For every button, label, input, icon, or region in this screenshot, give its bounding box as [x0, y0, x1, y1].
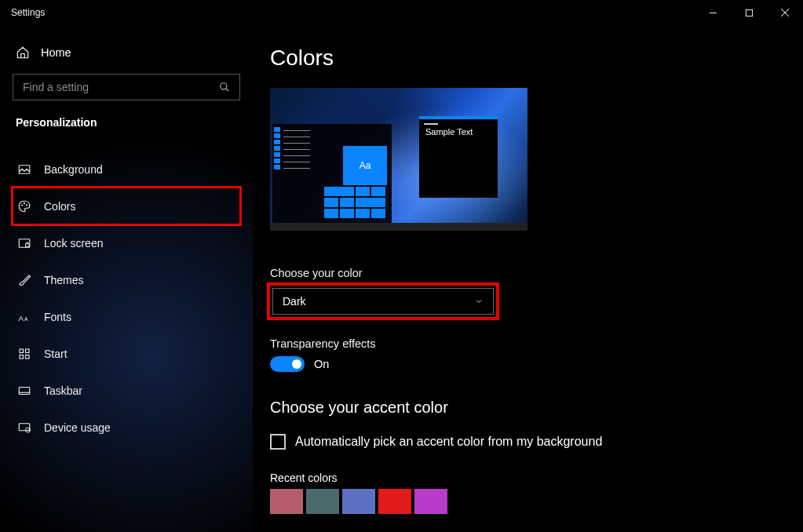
transparency-state: On	[314, 358, 329, 370]
sidebar-item-label: Background	[44, 163, 103, 176]
sidebar-item-fonts[interactable]: AA Fonts	[13, 298, 240, 335]
page-title: Colors	[270, 46, 803, 71]
sidebar-item-label: Colors	[44, 200, 75, 213]
recent-colors-row	[270, 489, 803, 514]
svg-rect-15	[26, 349, 30, 353]
preview-sample-text: Sample Text	[425, 127, 473, 137]
sidebar: Home Find a setting Personalization Back…	[0, 25, 253, 532]
svg-rect-16	[20, 355, 24, 359]
content-area: Colors Aa Sample Text Choose your color	[253, 25, 803, 532]
lock-screen-icon	[17, 236, 31, 250]
start-grid-icon	[17, 347, 31, 361]
fonts-icon: AA	[17, 310, 31, 324]
sidebar-item-device-usage[interactable]: Device usage	[13, 409, 240, 446]
preview-palette-strip	[274, 127, 280, 169]
sidebar-item-label: Start	[44, 348, 68, 360]
device-usage-icon	[17, 421, 31, 435]
sidebar-item-colors[interactable]: Colors	[13, 188, 240, 224]
auto-accent-label: Automatically pick an accent color from …	[295, 435, 602, 449]
sidebar-item-background[interactable]: Background	[13, 151, 240, 188]
sidebar-item-label: Lock screen	[44, 237, 103, 250]
sidebar-item-taskbar[interactable]: Taskbar	[13, 372, 240, 409]
title-bar: Settings	[0, 0, 803, 25]
preview-tile-aa: Aa	[343, 146, 387, 185]
close-button[interactable]	[767, 0, 803, 25]
svg-point-9	[26, 204, 27, 206]
window-controls	[695, 0, 803, 25]
svg-point-8	[24, 202, 25, 204]
theme-preview: Aa Sample Text	[270, 88, 527, 231]
sidebar-item-themes[interactable]: Themes	[13, 261, 240, 298]
svg-rect-18	[19, 387, 30, 394]
search-placeholder: Find a setting	[23, 81, 89, 93]
close-icon	[780, 8, 790, 17]
minimize-button[interactable]	[695, 0, 731, 25]
svg-text:A: A	[24, 315, 28, 321]
svg-rect-6	[19, 165, 30, 173]
search-input[interactable]: Find a setting	[13, 74, 240, 100]
svg-rect-11	[26, 243, 30, 246]
recent-color-swatch[interactable]	[270, 489, 303, 514]
sidebar-item-lock-screen[interactable]: Lock screen	[13, 224, 240, 261]
recent-color-swatch[interactable]	[414, 489, 447, 514]
auto-accent-checkbox[interactable]	[270, 434, 286, 450]
transparency-label: Transparency effects	[270, 337, 803, 350]
choose-color-dropdown[interactable]: Dark	[272, 288, 494, 315]
recent-colors-label: Recent colors	[270, 472, 803, 484]
home-label: Home	[41, 46, 71, 59]
recent-color-swatch[interactable]	[378, 489, 411, 514]
svg-text:A: A	[19, 313, 24, 322]
chevron-down-icon	[474, 297, 484, 306]
sidebar-item-label: Taskbar	[44, 384, 82, 397]
home-icon	[16, 46, 30, 60]
sidebar-section-label: Personalization	[16, 116, 237, 129]
choose-color-value: Dark	[283, 295, 306, 308]
window-title: Settings	[11, 7, 45, 18]
palette-icon	[17, 199, 31, 213]
toggle-knob	[292, 359, 301, 369]
svg-rect-1	[746, 9, 752, 16]
svg-rect-20	[19, 423, 30, 430]
home-nav[interactable]: Home	[13, 41, 240, 74]
svg-point-7	[21, 204, 23, 206]
accent-heading: Choose your accent color	[270, 399, 803, 417]
preview-tile-grid	[324, 187, 385, 218]
taskbar-icon	[17, 384, 31, 398]
transparency-toggle[interactable]	[270, 356, 305, 372]
preview-start-menu: Aa	[272, 124, 392, 223]
maximize-icon	[745, 9, 754, 17]
svg-rect-17	[26, 355, 30, 359]
brush-icon	[17, 273, 31, 287]
recent-color-swatch[interactable]	[306, 489, 339, 514]
preview-sample-window: Sample Text	[419, 116, 498, 198]
preview-taskbar	[270, 223, 527, 231]
svg-rect-14	[20, 349, 24, 353]
sidebar-item-label: Fonts	[44, 311, 71, 323]
maximize-button[interactable]	[731, 0, 767, 25]
picture-icon	[17, 162, 31, 177]
sidebar-item-label: Device usage	[44, 421, 111, 434]
recent-color-swatch[interactable]	[342, 489, 375, 514]
choose-color-label: Choose your color	[270, 267, 803, 279]
search-icon	[219, 82, 230, 93]
sidebar-item-start[interactable]: Start	[13, 335, 240, 372]
nav-list: Background Colors Lock screen Themes AA …	[13, 151, 240, 446]
preview-window-handle	[424, 123, 438, 125]
svg-line-5	[226, 89, 229, 92]
preview-menu-lines	[283, 130, 310, 169]
sidebar-item-label: Themes	[44, 274, 84, 286]
choose-color-highlight: Dark	[270, 286, 496, 317]
svg-point-4	[221, 83, 227, 89]
minimize-icon	[709, 9, 717, 17]
